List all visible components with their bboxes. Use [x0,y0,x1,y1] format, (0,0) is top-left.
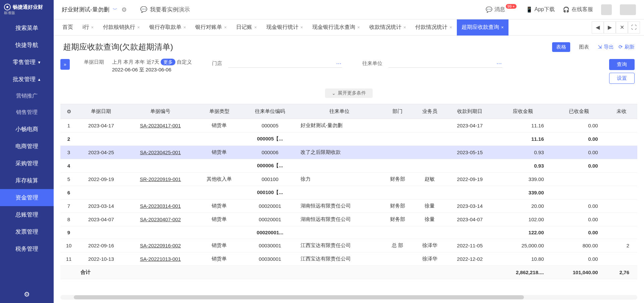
expand-filters-button[interactable]: ⌄ 展开更多条件 [325,88,373,98]
doc-link[interactable]: SA-20230407-002 [140,217,181,222]
col-header-9[interactable]: 应收金额 [494,104,552,119]
table-row[interactable]: 52022-09-19SR-20220919-001其他收入单000100徐力财… [60,173,637,186]
date-opt[interactable]: 更多 [161,59,175,65]
sidebar-item-9[interactable]: 库存核算 [0,172,54,189]
view-table-button[interactable]: 表格 [552,42,570,52]
tab-7[interactable]: 现金银行流水查询× [308,19,365,36]
tab-1[interactable]: i行× [78,19,98,36]
col-header-5[interactable]: 往来单位 [297,104,381,119]
doc-link[interactable]: SR-20220919-001 [140,176,181,182]
filter-settings-button[interactable]: 设置 [609,73,635,84]
table-row[interactable]: 102022-09-16SA-20220916-002销货单00030001江西… [60,239,637,252]
sidebar-item-0[interactable]: 搜索菜单 [0,19,54,37]
col-header-10[interactable]: 已收金额 [552,104,606,119]
sidebar-item-4[interactable]: 营销推广 [0,88,54,104]
close-icon[interactable]: × [449,25,452,30]
sidebar-item-8[interactable]: 采购管理 [0,155,54,172]
app-download-button[interactable]: 📱 App下载 [526,6,555,13]
close-icon[interactable]: × [501,25,504,30]
close-icon[interactable]: × [183,25,186,30]
sidebar-item-12[interactable]: 发票管理 [0,223,54,240]
table-row[interactable]: 900020001...122.000.00 [60,226,637,239]
table-row[interactable]: 12023-04-17SA-20230417-001销货单000005好业财测试… [60,119,637,132]
close-icon[interactable]: × [224,25,227,30]
workspace-selector[interactable]: 好业财测试-量勿删 ﹀ [62,6,117,13]
sidebar-item-10[interactable]: 资金管理 [0,189,54,206]
col-header-3[interactable]: 单据类型 [196,104,243,119]
sidebar-item-7[interactable]: 电商管理 [0,138,54,155]
doc-link[interactable]: SA-20230314-001 [140,203,181,209]
filter-party-input[interactable] [388,59,502,68]
close-icon[interactable]: × [137,25,140,30]
avatar[interactable] [601,4,612,15]
doc-link[interactable]: SA-20221013-001 [140,256,181,262]
horizontal-scrollbar[interactable] [60,295,637,300]
close-icon[interactable]: × [91,25,94,30]
tab-0[interactable]: 首页 [58,19,78,36]
store-picker-icon[interactable]: ⋯ [336,60,342,67]
tab-2[interactable]: 付款核销执行× [98,19,145,36]
date-opt[interactable]: 本年 [135,59,145,65]
col-header-2[interactable]: 单据编号 [125,104,196,119]
col-header-6[interactable]: 部门 [381,104,414,119]
tab-8[interactable]: 收款情况统计× [365,19,411,36]
date-opt[interactable]: 上月 [112,59,122,65]
tab-fullscreen-button[interactable]: ⛶ [628,21,640,34]
col-header-0[interactable]: ⚙ [60,104,77,119]
col-header-11[interactable]: 未收 [606,104,637,119]
table-row[interactable]: 6000100【...339.00 [60,186,637,199]
query-button[interactable]: 查询 [609,59,635,70]
sidebar-item-13[interactable]: 税务管理 [0,240,54,257]
date-opt[interactable]: 本月 [123,59,133,65]
msg-badge: 99 + [506,4,517,9]
refresh-button[interactable]: ⟳刷新 [619,44,635,50]
gear-icon[interactable]: ⚙ [121,6,127,13]
table-row[interactable]: 112022-10-13SA-20221013-001销货单00030001江西… [60,252,637,266]
export-button[interactable]: ⇲导出 [598,44,614,50]
messages-button[interactable]: 💬 消息 99 + [486,6,518,13]
table-row[interactable]: 4000006【...0.930.00 [60,159,637,173]
tab-prev-button[interactable]: ◀ [592,21,604,34]
close-icon[interactable]: × [254,25,257,30]
party-picker-icon[interactable]: ⋯ [496,60,502,67]
sidebar-item-11[interactable]: 总账管理 [0,206,54,223]
tab-6[interactable]: 现金银行统计× [262,19,308,36]
sidebar-item-6[interactable]: 小畅电商 [0,121,54,138]
speech-icon: 💬 [140,6,147,13]
close-icon[interactable]: × [357,25,360,30]
date-opt[interactable]: 近7天 [147,59,159,65]
tab-5[interactable]: 日记账× [231,19,262,36]
close-icon[interactable]: × [404,25,406,30]
col-header-1[interactable]: 单据日期 [77,104,125,119]
doc-link[interactable]: SA-20230417-001 [140,123,181,128]
sidebar-item-2[interactable]: 零售管理▼ [0,54,54,71]
tab-9[interactable]: 付款情况统计× [411,19,457,36]
table-row[interactable]: 32023-04-25SA-20230425-001销货单000006改了之后限… [60,146,637,159]
sidebar-settings-icon[interactable]: ⚙ [0,286,54,303]
tab-next-button[interactable]: ▶ [604,21,616,34]
col-header-4[interactable]: 往来单位编码 [243,104,297,119]
close-icon[interactable]: × [301,25,303,30]
table-row[interactable]: 72023-03-14SA-20230314-001销货单00020001湖南恒… [60,199,637,213]
demo-link[interactable]: 💬 我要看实例演示 [140,6,190,13]
table-row[interactable]: 82023-04-07SA-20230407-002销货单00020001湖南恒… [60,213,637,226]
doc-link[interactable]: SA-20230425-001 [140,149,181,155]
org-avatar[interactable] [620,4,636,15]
col-header-8[interactable]: 收款到期日 [446,104,494,119]
table-row[interactable]: 2000005【...11.160.00 [60,132,637,146]
date-opt[interactable]: 自定义 [177,59,192,65]
doc-link[interactable]: SA-20220916-002 [140,243,181,248]
filter-store-input[interactable] [228,59,342,68]
col-header-7[interactable]: 业务员 [414,104,446,119]
tab-10[interactable]: 超期应收款查询× [457,19,508,36]
collapse-filter-button[interactable]: » [60,59,70,70]
support-button[interactable]: 🎧 在线客服 [563,6,593,13]
tab-close-button[interactable]: ✕ [616,21,628,34]
sidebar-item-3[interactable]: 批发管理▲ [0,71,54,88]
gear-icon[interactable]: ⚙ [67,109,71,114]
view-chart-button[interactable]: 图表 [575,42,593,52]
tab-4[interactable]: 银行对账单× [191,19,231,36]
sidebar-item-5[interactable]: 销售管理 [0,104,54,121]
sidebar-item-1[interactable]: 快捷导航 [0,37,54,54]
tab-3[interactable]: 银行存取款单× [145,19,191,36]
